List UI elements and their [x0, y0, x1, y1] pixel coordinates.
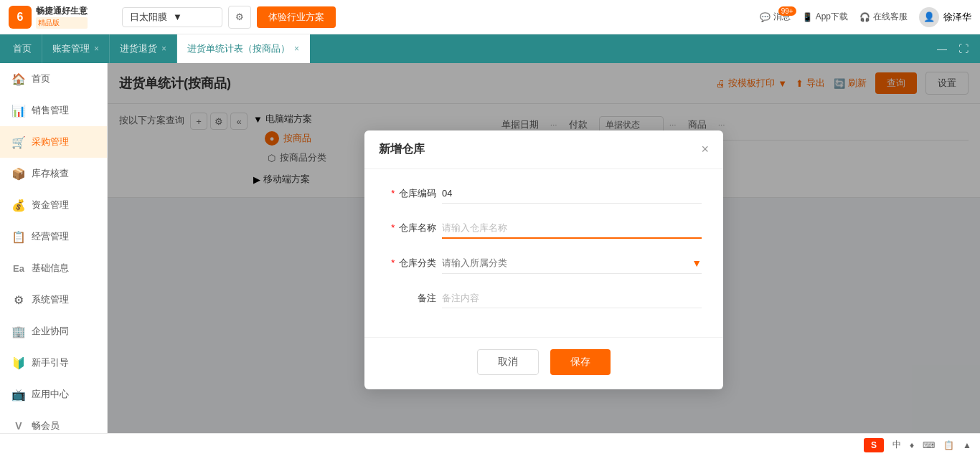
- tab-home[interactable]: 首页: [3, 34, 42, 63]
- s-logo: S: [864, 438, 884, 452]
- sidebar-item-inventory[interactable]: 📦 库存核查: [0, 158, 107, 189]
- warehouse-code-input[interactable]: [442, 184, 702, 204]
- finance-icon: 💰: [11, 198, 26, 212]
- home-icon: 🏠: [11, 72, 26, 86]
- modal-footer: 取消 保存: [364, 337, 723, 389]
- logo-icon: 6: [9, 6, 32, 29]
- guide-icon: 🔰: [11, 356, 26, 370]
- form-row-category: * 仓库分类 ▼: [386, 253, 702, 274]
- system-icon: ⚙: [11, 293, 26, 307]
- tab-maximize-button[interactable]: ⛶: [956, 42, 971, 56]
- store-selector[interactable]: 日太阳膜 ▼: [122, 7, 222, 27]
- status-bar: S 中 ♦ ⌨ 📋 ▲: [0, 433, 980, 456]
- message-icon: 💬: [760, 12, 771, 22]
- user-menu[interactable]: 👤 徐泽华: [919, 7, 971, 27]
- chevron-down-icon: ▼: [173, 11, 182, 22]
- avatar: 👤: [919, 7, 939, 27]
- basic-info-icon: Ea: [11, 261, 26, 275]
- content-area: 进货单统计(按商品) 🖨 按模板打印 ▼ ⬆ 导出 🔄 刷新 查询 设置: [108, 63, 980, 456]
- modal-overlay[interactable]: 新增仓库 × * 仓库编码: [108, 63, 980, 456]
- topbar: 6 畅捷通好生意 精品版 日太阳膜 ▼ ⚙ 体验行业方案 💬 消息 99+ 📱 …: [0, 0, 980, 34]
- modal-header: 新增仓库 ×: [364, 130, 723, 169]
- add-warehouse-modal: 新增仓库 × * 仓库编码: [364, 130, 723, 389]
- sidebar-item-guide[interactable]: 🔰 新手引导: [0, 347, 107, 379]
- apps-icon: 📺: [11, 387, 26, 402]
- modal-close-button[interactable]: ×: [701, 143, 709, 156]
- tab-purchase-stats-label: 进货单统计表（按商品）: [187, 42, 290, 55]
- settings-button[interactable]: ⚙: [228, 6, 251, 29]
- sidebar-item-system[interactable]: ⚙ 系统管理: [0, 284, 107, 315]
- sidebar-home-label: 首页: [32, 72, 50, 85]
- tab-purchase-return[interactable]: 进货退货 ×: [110, 34, 177, 63]
- status-item-keyboard[interactable]: ⌨: [923, 440, 935, 450]
- sidebar-enterprise-label: 企业协同: [32, 325, 69, 338]
- online-service-label: 在线客服: [873, 11, 908, 23]
- sidebar-item-home[interactable]: 🏠 首页: [0, 63, 107, 95]
- store-name: 日太阳膜: [130, 11, 167, 24]
- modal-body: * 仓库编码 * 仓库名称: [364, 169, 723, 337]
- inventory-icon: 📦: [11, 166, 26, 181]
- status-item-arrow: ▲: [963, 440, 971, 450]
- form-row-code: * 仓库编码: [386, 184, 702, 204]
- sidebar-item-sales[interactable]: 📊 销售管理: [0, 95, 107, 126]
- tabbar-actions: — ⛶: [934, 34, 977, 63]
- code-label: * 仓库编码: [386, 187, 436, 200]
- online-service-button[interactable]: 🎧 在线客服: [859, 11, 908, 23]
- category-dropdown-icon[interactable]: ▼: [692, 257, 702, 269]
- save-button[interactable]: 保存: [550, 349, 611, 375]
- mobile-icon: 📱: [802, 12, 813, 22]
- modal-title: 新增仓库: [379, 142, 425, 157]
- required-star-name: *: [391, 222, 395, 233]
- cancel-button[interactable]: 取消: [477, 349, 539, 375]
- notification-badge: 99+: [778, 6, 796, 16]
- user-name: 徐泽华: [943, 11, 971, 24]
- required-star-category: *: [391, 257, 395, 268]
- sidebar-purchase-label: 采购管理: [32, 136, 69, 148]
- tab-purchase-stats[interactable]: 进货单统计表（按商品） ×: [177, 34, 310, 63]
- category-label: * 仓库分类: [386, 257, 436, 270]
- form-row-note: 备注: [386, 288, 702, 308]
- tab-purchase-stats-close[interactable]: ×: [294, 44, 299, 54]
- app-download-button[interactable]: 📱 App下载: [802, 11, 848, 23]
- sidebar-item-operation[interactable]: 📋 经营管理: [0, 221, 107, 252]
- sidebar-item-enterprise[interactable]: 🏢 企业协同: [0, 315, 107, 347]
- gear-icon: ⚙: [235, 11, 244, 22]
- tabbar: 首页 账套管理 × 进货退货 × 进货单统计表（按商品） × — ⛶: [0, 34, 980, 63]
- tab-purchase-return-label: 进货退货: [120, 42, 157, 55]
- trial-button[interactable]: 体验行业方案: [257, 6, 336, 28]
- sidebar-finance-label: 资金管理: [32, 199, 69, 212]
- operation-icon: 📋: [11, 229, 26, 244]
- sidebar-guide-label: 新手引导: [32, 356, 69, 369]
- tab-home-label: 首页: [13, 42, 32, 55]
- tab-minimize-button[interactable]: —: [934, 42, 950, 56]
- app-download-label: App下载: [816, 11, 848, 23]
- sidebar-sales-label: 销售管理: [32, 104, 69, 117]
- sidebar-apps-label: 应用中心: [32, 388, 69, 401]
- tab-account-label: 账套管理: [52, 42, 90, 55]
- status-item-dot: ♦: [910, 440, 914, 450]
- warehouse-category-input[interactable]: [442, 257, 692, 268]
- enterprise-icon: 🏢: [11, 324, 26, 338]
- status-item-clipboard[interactable]: 📋: [943, 440, 954, 450]
- warehouse-note-input[interactable]: [442, 288, 702, 308]
- note-label: 备注: [386, 292, 436, 305]
- tab-account[interactable]: 账套管理 ×: [42, 34, 110, 63]
- warehouse-name-input[interactable]: [442, 218, 702, 239]
- main-layout: 🏠 首页 📊 销售管理 🛒 采购管理 📦 库存核查 💰 资金管理 📋 经营管理 …: [0, 63, 980, 456]
- sidebar-inventory-label: 库存核查: [32, 167, 69, 180]
- sidebar-item-purchase[interactable]: 🛒 采购管理: [0, 126, 107, 158]
- purchase-icon: 🛒: [11, 135, 26, 149]
- tab-purchase-return-close[interactable]: ×: [161, 44, 166, 54]
- brand-sub: 精品版: [36, 17, 88, 29]
- required-star-code: *: [391, 188, 395, 199]
- tab-account-close[interactable]: ×: [94, 44, 99, 54]
- category-select-row[interactable]: ▼: [442, 253, 702, 274]
- sidebar-item-apps[interactable]: 📺 应用中心: [0, 379, 107, 410]
- sidebar-item-basic-info[interactable]: Ea 基础信息: [0, 252, 107, 284]
- topbar-right: 💬 消息 99+ 📱 App下载 🎧 在线客服 👤 徐泽华: [760, 7, 971, 27]
- sidebar-system-label: 系统管理: [32, 293, 69, 306]
- notifications-button[interactable]: 💬 消息 99+: [760, 11, 791, 23]
- status-item-zh[interactable]: 中: [892, 439, 901, 451]
- sidebar-item-finance[interactable]: 💰 资金管理: [0, 189, 107, 221]
- sidebar-basic-info-label: 基础信息: [32, 262, 69, 275]
